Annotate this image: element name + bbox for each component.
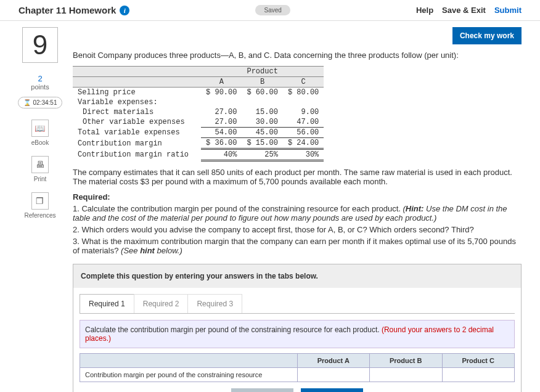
cell-value	[242, 97, 282, 107]
cell-value: $ 60.00	[242, 88, 282, 98]
table-row: Contribution margin ratio40%25%30%	[73, 149, 324, 161]
row-label: Direct materials	[73, 107, 201, 117]
help-link[interactable]: Help	[416, 6, 433, 15]
assignment-title: Chapter 11 Homework i	[18, 5, 129, 15]
cell-value: 54.00	[201, 128, 242, 138]
cell-value: $ 24.00	[283, 138, 324, 149]
save-exit-link[interactable]: Save & Exit	[442, 6, 486, 15]
top-bar: Chapter 11 Homework i Saved Help Save & …	[0, 0, 540, 21]
check-my-work-button[interactable]: Check my work	[452, 27, 522, 44]
prev-tab-button[interactable]: < Required 1	[231, 388, 293, 392]
answer-row-label: Contribution margin per pound of the con…	[80, 368, 298, 382]
col-c: C	[283, 77, 324, 88]
book-icon: 📖	[31, 120, 49, 137]
question-number: 9	[22, 27, 58, 63]
cell-value: 27.00	[201, 107, 242, 117]
table-row: Other variable expenses27.0030.0047.00	[73, 117, 324, 128]
saved-badge: Saved	[255, 5, 290, 15]
references-label: References	[24, 212, 55, 219]
product-group-header: Product	[201, 67, 324, 77]
question-sidebar: 9 2 points ⌛ 02:34:51 📖 eBook 🖶 Print ❐ …	[18, 27, 62, 392]
answer-table: Product A Product B Product C Contributi…	[80, 353, 515, 382]
tab-content: Calculate the contribution margin per po…	[73, 314, 521, 392]
tab-required-1[interactable]: Required 1	[80, 294, 134, 313]
cell-value: $ 15.00	[242, 138, 282, 149]
row-label: Selling price	[73, 88, 201, 98]
timer-value: 02:34:51	[33, 99, 57, 106]
product-data-table: Product A B C Selling price$ 90.00$ 60.0…	[73, 66, 324, 161]
answer-tabs: Required 1 Required 2 Required 3	[80, 294, 515, 314]
requirement-item: 2. Which orders would you advise the com…	[73, 225, 522, 234]
print-button[interactable]: 🖶 Print	[31, 156, 49, 182]
row-label: Contribution margin	[73, 138, 201, 149]
next-tab-button[interactable]: Required 2 >	[301, 388, 363, 392]
input-product-c[interactable]	[442, 368, 515, 382]
timer-pill: ⌛ 02:34:51	[18, 97, 63, 108]
cell-value	[201, 97, 242, 107]
cell-value: $ 36.00	[201, 138, 242, 149]
calc-instructions: Calculate the contribution margin per po…	[80, 320, 515, 348]
tab-nav: < Required 1 Required 2 >	[80, 382, 515, 392]
cell-value: 45.00	[242, 128, 282, 138]
hourglass-icon: ⌛	[23, 99, 31, 106]
info-icon[interactable]: i	[120, 6, 129, 15]
answer-col-a: Product A	[297, 354, 370, 368]
table-row: Variable expenses:	[73, 97, 324, 107]
cell-value: $ 90.00	[201, 88, 242, 98]
cell-value: 40%	[201, 149, 242, 161]
cell-value: 30.00	[242, 117, 282, 128]
problem-paragraph: The company estimates that it can sell 8…	[73, 168, 522, 186]
input-product-b[interactable]	[370, 368, 443, 382]
cell-value	[283, 97, 324, 107]
table-row: Direct materials27.0015.009.00	[73, 107, 324, 117]
cell-value: 30%	[283, 149, 324, 161]
points-label: points	[31, 83, 49, 91]
input-product-a[interactable]	[297, 368, 370, 382]
points-block: 2 points	[31, 74, 49, 91]
tab-required-3[interactable]: Required 3	[187, 294, 242, 313]
col-a: A	[201, 77, 242, 88]
references-button[interactable]: ❐ References	[24, 192, 55, 219]
row-label: Other variable expenses	[73, 117, 201, 128]
answer-box: Complete this question by entering your …	[73, 264, 522, 392]
cell-value: 56.00	[283, 128, 324, 138]
row-label: Variable expenses:	[73, 97, 201, 107]
ebook-button[interactable]: 📖 eBook	[31, 120, 49, 146]
print-label: Print	[34, 176, 47, 182]
top-actions: Help Save & Exit Submit	[416, 6, 522, 15]
required-heading: Required:	[73, 192, 522, 202]
copy-icon: ❐	[31, 192, 49, 210]
cell-value: 25%	[242, 149, 282, 161]
points-value: 2	[31, 74, 49, 83]
cell-value: 27.00	[201, 117, 242, 128]
cell-value: 15.00	[242, 107, 282, 117]
table-row: Selling price$ 90.00$ 60.00$ 80.00	[73, 88, 324, 98]
table-row: Total variable expenses54.0045.0056.00	[73, 128, 324, 138]
problem-intro: Benoit Company produces three products—A…	[73, 51, 522, 60]
cell-value: 47.00	[283, 117, 324, 128]
answer-col-b: Product B	[370, 354, 443, 368]
title-text: Chapter 11 Homework	[18, 5, 116, 15]
requirement-item: 1. Calculate the contribution margin per…	[73, 204, 522, 223]
main-content: Check my work Benoit Company produces th…	[73, 27, 522, 392]
submit-link[interactable]: Submit	[494, 6, 522, 15]
col-b: B	[242, 77, 282, 88]
requirement-item: 3. What is the maximum contribution marg…	[73, 237, 522, 255]
table-row: Contribution margin$ 36.00$ 15.00$ 24.00	[73, 138, 324, 149]
row-label: Total variable expenses	[73, 128, 201, 138]
answer-instructions: Complete this question by entering your …	[73, 264, 521, 288]
tab-required-2[interactable]: Required 2	[134, 294, 189, 313]
cell-value: 9.00	[283, 107, 324, 117]
printer-icon: 🖶	[31, 156, 49, 173]
row-label: Contribution margin ratio	[73, 149, 201, 161]
cell-value: $ 80.00	[283, 88, 324, 98]
ebook-label: eBook	[31, 139, 49, 146]
answer-col-c: Product C	[442, 354, 515, 368]
